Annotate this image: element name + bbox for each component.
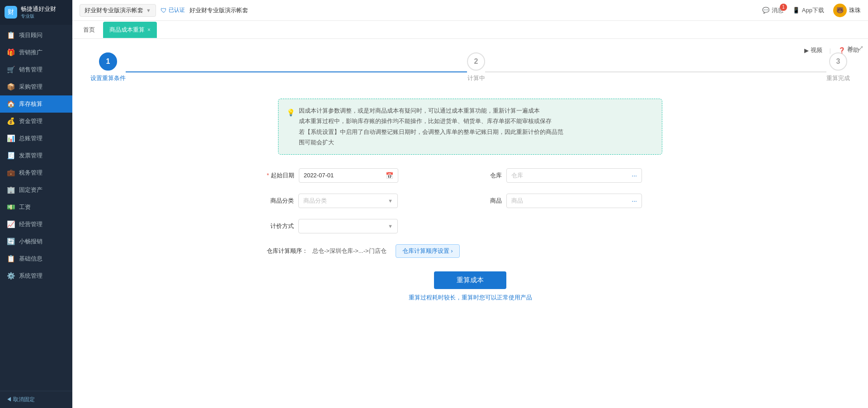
account-selector[interactable]: 好业财专业版演示帐套 ▼ [80,4,156,17]
form-row-3: 计价方式 ▼ [267,219,674,233]
chat-icon: 💬 [762,7,769,14]
step-2-circle: 2 [467,52,485,71]
shield-icon: 🛡 [160,7,167,14]
sidebar-item-label: 营销推广 [19,48,42,57]
sidebar-item-inventory[interactable]: 🏠 库存核算 [0,95,72,113]
unpin-label: ◀ 取消固定 [6,396,35,403]
sidebar-logo: 财 畅捷通好业财 专业版 [0,0,72,25]
product-input[interactable]: 商品 ··· [506,194,642,208]
sidebar-item-assets[interactable]: 🏢 固定资产 [0,181,72,199]
sidebar-item-label: 工资 [19,203,31,211]
app-download-label: App下载 [802,6,824,14]
sidebar-item-invoice[interactable]: 🧾 发票管理 [0,147,72,164]
info-line-3: 若【系统设置】中启用了自动调整记账日期时，会调整入库单的整单记账日期，因此重新计… [299,127,563,137]
assets-icon: 🏢 [6,186,15,194]
product-group: 商品 商品 ··· [475,194,674,208]
info-line-1: 因成本计算参数调整，或是对商品成本有疑问时，可以通过成本重算功能，重新计算一遍成… [299,105,563,116]
sidebar-item-system[interactable]: ⚙️ 系统管理 [0,267,72,285]
sales-icon: 🛒 [6,66,15,74]
account-name: 好业财专业版演示帐套 [189,6,248,14]
sidebar-item-finance[interactable]: 💰 资金管理 [0,113,72,130]
phone-icon: 📱 [793,7,800,14]
logo-text: 畅捷通好业财 [21,5,56,13]
sidebar-item-label: 经营管理 [19,220,42,228]
warehouse-input[interactable]: 仓库 ··· [506,168,642,183]
sidebar-item-sales[interactable]: 🛒 销售管理 [0,61,72,78]
verified-label: 已认证 [169,6,185,14]
topbar: 好业财专业版演示帐套 ▼ 🛡 已认证 好业财专业版演示帐套 💬 消息 1 📱 A… [72,0,868,21]
topbar-right: 💬 消息 1 📱 App下载 🐻 珠珠 [762,4,861,17]
sidebar-item-purchase[interactable]: 📦 采购管理 [0,78,72,95]
sidebar-item-tax[interactable]: 💼 税务管理 [0,164,72,181]
warehouse-order-settings-button[interactable]: 仓库计算顺序设置 › [396,244,460,258]
pricing-select[interactable]: ▼ [298,219,398,233]
tab-home-label: 首页 [83,26,95,34]
sidebar-item-project[interactable]: 📋 项目顾问 [0,27,72,44]
step-1-circle: 1 [99,52,117,71]
pricing-arrow-icon: ▼ [388,223,393,229]
step-3-label: 重算完成 [826,74,850,82]
sidebar-item-label: 税务管理 [19,169,42,177]
info-line-2: 成本重算过程中，影响库存账的操作均不能操作，比如进货单、销货单、库存单据不能审核… [299,116,563,126]
category-select[interactable]: 商品分类 ▼ [298,194,398,208]
sidebar-item-label: 系统管理 [19,272,42,280]
tabs-bar: 首页 商品成本重算 × [72,21,868,39]
start-date-input[interactable]: 2022-07-01 📅 [299,168,398,183]
sidebar-item-marketing[interactable]: 🎁 营销推广 [0,44,72,61]
tab-recalc[interactable]: 商品成本重算 × [103,22,157,38]
form-row-1: 起始日期 2022-07-01 📅 仓库 仓库 ··· [267,168,674,183]
step-connector-2 [485,71,826,72]
tab-close-icon[interactable]: × [147,27,151,33]
account-select-label: 好业财专业版演示帐套 [85,6,143,14]
recalc-label: 重算成本 [457,276,484,284]
warehouse-label: 仓库 [475,171,502,180]
warehouse-order-value: 总仓->深圳仓库->...->门店仓 [312,247,387,255]
category-label: 商品分类 [267,197,294,205]
tab-home[interactable]: 首页 [77,22,101,38]
step-1: 1 设置重算条件 [90,52,126,82]
warehouse-order-row: 仓库计算顺序： 总仓->深圳仓库->...->门店仓 仓库计算顺序设置 › [267,244,674,258]
system-icon: ⚙️ [6,272,15,280]
sidebar-item-accounting[interactable]: 📊 总账管理 [0,130,72,147]
pricing-label: 计价方式 [267,222,294,230]
logo-sub: 专业版 [21,13,56,19]
sidebar-unpin[interactable]: ◀ 取消固定 [0,391,72,408]
video-button[interactable]: ▶ 视频 [804,46,822,54]
sidebar-item-label: 基础信息 [19,255,42,263]
sidebar-item-label: 小畅报销 [19,237,42,246]
warehouse-order-label: 仓库计算顺序： [267,247,308,255]
sidebar-item-label: 项目顾问 [19,31,42,39]
sidebar-item-label: 固定资产 [19,186,42,194]
sidebar: 财 畅捷通好业财 专业版 📋 项目顾问 🎁 营销推广 🛒 销售管理 📦 采购管理… [0,0,72,408]
product-more-icon[interactable]: ··· [632,197,637,204]
step-3-circle: 3 [829,52,847,71]
sidebar-item-salary[interactable]: 💵 工资 [0,199,72,216]
category-placeholder: 商品分类 [303,197,327,205]
content-area: ✕ ⤢ ▶ 视频 | ❓ 帮助 1 [72,39,868,408]
form-row-2: 商品分类 商品分类 ▼ 商品 商品 ··· [267,194,674,208]
recalc-hint: 重算过程耗时较长，重算时您可以正常使用产品 [409,294,532,302]
recalc-button[interactable]: 重算成本 [434,271,506,289]
operation-icon: 📈 [6,220,15,228]
start-date-label: 起始日期 [267,171,294,180]
sidebar-item-label: 库存核算 [19,100,42,108]
username: 珠珠 [849,6,861,14]
app-download-button[interactable]: 📱 App下载 [793,6,824,14]
salary-icon: 💵 [6,203,15,211]
sidebar-item-operation[interactable]: 📈 经营管理 [0,216,72,233]
warehouse-order-btn-label: 仓库计算顺序设置 › [402,247,453,255]
sidebar-item-label: 总账管理 [19,134,42,142]
logo-icon: 财 [5,6,17,19]
sidebar-item-label: 销售管理 [19,66,42,74]
marketing-icon: 🎁 [6,48,15,57]
user-avatar-area[interactable]: 🐻 珠珠 [833,4,861,17]
message-button[interactable]: 💬 消息 1 [762,6,783,14]
category-group: 商品分类 商品分类 ▼ [267,194,466,208]
step-3: 3 重算完成 [826,52,850,82]
warehouse-more-icon[interactable]: ··· [632,172,637,179]
product-label: 商品 [475,197,502,205]
inventory-icon: 🏠 [6,100,15,108]
sidebar-item-basic[interactable]: 📋 基础信息 [0,250,72,267]
sidebar-item-expense[interactable]: 🔄 小畅报销 [0,233,72,250]
tax-icon: 💼 [6,169,15,177]
